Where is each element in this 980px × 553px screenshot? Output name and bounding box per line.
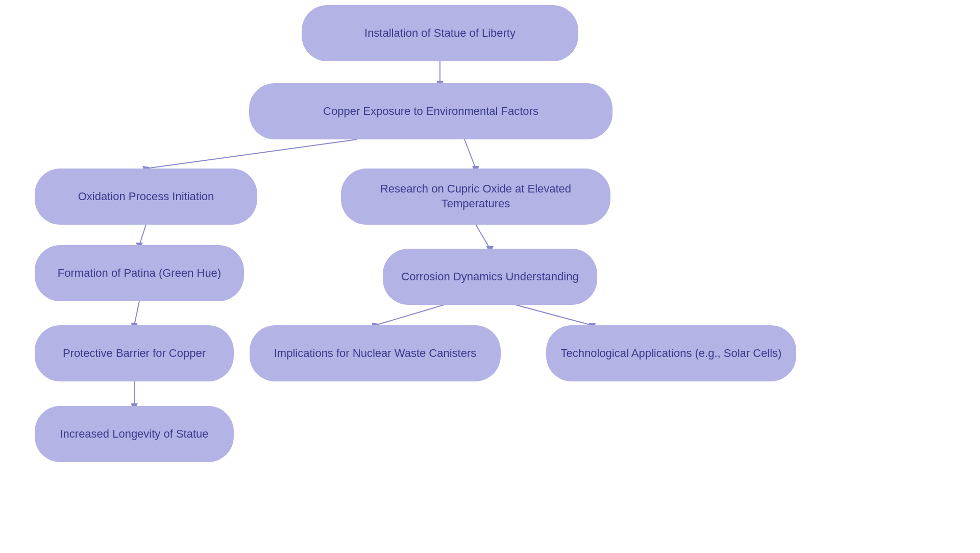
svg-line-2 bbox=[146, 139, 357, 169]
protective-node: Protective Barrier for Copper bbox=[35, 325, 234, 381]
longevity-node: Increased Longevity of Statue bbox=[35, 406, 234, 462]
tech-node: Technological Applications (e.g., Solar … bbox=[546, 325, 796, 381]
patina-node: Formation of Patina (Green Hue) bbox=[35, 245, 244, 301]
installation-node: Installation of Statue of Liberty bbox=[302, 5, 578, 61]
svg-line-12 bbox=[375, 305, 444, 325]
svg-line-14 bbox=[516, 305, 592, 325]
nuclear-node: Implications for Nuclear Waste Canisters bbox=[250, 325, 501, 381]
svg-line-8 bbox=[476, 225, 490, 249]
research-node: Research on Cupric Oxide at Elevated Tem… bbox=[341, 169, 610, 225]
svg-line-10 bbox=[134, 301, 139, 325]
svg-line-4 bbox=[464, 139, 476, 169]
corrosion-node: Corrosion Dynamics Understanding bbox=[383, 249, 597, 305]
oxidation-node: Oxidation Process Initiation bbox=[35, 169, 257, 225]
diagram-container: Installation of Statue of Liberty Copper… bbox=[0, 0, 980, 553]
copper-exposure-node: Copper Exposure to Environmental Factors bbox=[249, 83, 612, 139]
svg-line-6 bbox=[139, 225, 146, 245]
